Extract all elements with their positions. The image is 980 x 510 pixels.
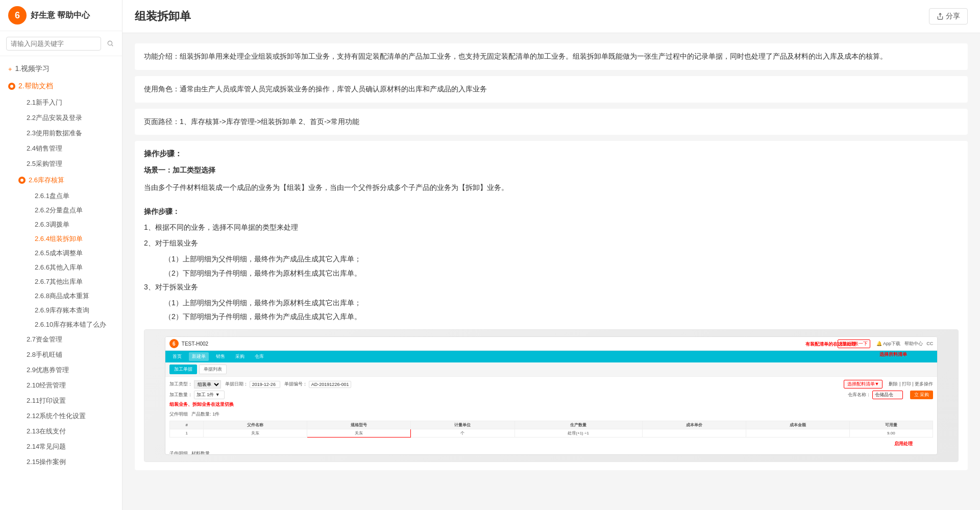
search-button[interactable] (104, 36, 116, 51)
sidebar-item-faq[interactable]: 2.14常见问题 (18, 439, 122, 454)
inventory-sub: 2.6.1盘点单 2.6.2分量盘点单 2.6.3调拨单 2.6.4组装拆卸单 … (18, 189, 122, 332)
sidebar-item-purchase[interactable]: 2.5采购管理 (18, 156, 122, 172)
mock-label-type: 加工类型： (169, 381, 192, 387)
mock-annotation-enable: 启用处理 (894, 441, 913, 447)
section2-label: 2.帮助文档 (18, 82, 53, 91)
step2: 2、对于组装业务 (144, 237, 959, 250)
mock-td-avail: 9.00 (849, 429, 933, 438)
mock-nav-sales[interactable]: 采购 (232, 352, 248, 361)
logo-text: 6 (15, 10, 20, 21)
share-button[interactable]: 分享 (929, 8, 968, 25)
sidebar-item-docs[interactable]: 2.帮助文档 (0, 78, 122, 95)
mock-input-code[interactable]: AD-20191226-001 (309, 381, 352, 388)
mock-nav-home[interactable]: 首页 (169, 352, 185, 361)
sidebar-item-outstock[interactable]: 2.6.7其他出库单 (27, 275, 122, 289)
mock-annotation-assembly: 组装业务、拆卸业务在这里切换 (169, 402, 234, 407)
mock-app-name: TEST-H002 (182, 341, 208, 347)
mock-table-title-top: 父件明细 产品数量: 1件 (169, 411, 933, 418)
mock-tab-new[interactable]: 加工单据 (169, 365, 197, 374)
screenshot-inner: 6 TEST-H002 初始建账一下 🔔 App下载 帮助中心 CC 首页 新建… (144, 330, 958, 462)
sidebar-item-payment[interactable]: 2.13在线支付 (18, 424, 122, 439)
sidebar-item-install[interactable]: 2.2产品安装及登录 (18, 110, 122, 126)
sidebar: 6 好生意 帮助中心 + 1.视频学习 2.帮助文档 2.1新手入门 (0, 0, 122, 510)
mock-label-date: 单据日期： (225, 381, 248, 387)
mock-fields-row2: 加工数量： 加工 1件 ▼ 仓库名称： 仓储品仓 立 采购 (169, 391, 933, 399)
step1: 1、根据不同的业务，选择不同单据的类型来处理 (144, 221, 959, 234)
sidebar-item-stocktake[interactable]: 2.6.1盘点单 (27, 189, 122, 203)
mock-td-unit: 个 (411, 429, 514, 438)
intro-block-2: 使用角色：通常由生产人员或库管人员完成拆装业务的操作，库管人员确认原材料的出库和… (135, 76, 968, 103)
mock-logo: 6 (169, 339, 179, 348)
app-name: 好生意 帮助中心 (31, 10, 90, 21)
sidebar-item-stock-error[interactable]: 2.6.10库存账本错了么办 (27, 318, 122, 332)
mock-td-qty: 处理(+1) ÷1 (514, 429, 642, 438)
step2-sub2: （2）下部明细为子件明细，最终作为原材料生成其它出库单。 (164, 267, 959, 280)
sidebar-item-assembly[interactable]: 2.6.4组装拆卸单 (27, 232, 122, 246)
mock-nav-finance[interactable]: 仓库 (252, 352, 267, 361)
mock-th-qty2: 生产数量 (514, 421, 642, 429)
sidebar-item-newbie[interactable]: 2.1新手入门 (18, 95, 122, 110)
expand-icon: + (8, 65, 12, 73)
mock-select-bom-btn[interactable]: 选择配料清单▼ (844, 380, 883, 388)
mock-tab-list[interactable]: 单据列表 (199, 365, 227, 374)
mock-field-date: 单据日期： 2019-12-26 (225, 381, 280, 388)
mock-topbar: 6 TEST-H002 初始建账一下 🔔 App下载 帮助中心 CC (165, 337, 937, 351)
sidebar-item-instock[interactable]: 2.6.6其他入库单 (27, 260, 122, 275)
mock-th-avail: 可用量 (849, 421, 933, 429)
mock-update-btn: 初始建账一下 (838, 339, 870, 348)
mock-th-seq: # (169, 421, 204, 429)
mock-field-type: 加工类型： 组装单 (169, 380, 221, 388)
sidebar-item-stock-query[interactable]: 2.6.9库存账本查询 (27, 303, 122, 318)
screenshot-container: 6 TEST-H002 初始建账一下 🔔 App下载 帮助中心 CC 首页 新建… (144, 329, 959, 462)
step3-sub2: （2）下部明细为子件明细，最终作为产成品生成其它入库单。 (164, 310, 959, 323)
mock-screen: 6 TEST-H002 初始建账一下 🔔 App下载 帮助中心 CC 首页 新建… (165, 336, 938, 455)
mock-nav-purchase[interactable]: 销售 (213, 352, 228, 361)
ops-title: 操作步骤： (144, 149, 959, 159)
scene1-desc: 当由多个子件材料组装成一个成品的业务为【组装】业务，当由一个父件拆分成多个子产品… (144, 181, 959, 194)
share-label: 分享 (946, 12, 960, 21)
sidebar-item-sales[interactable]: 2.4销售管理 (18, 141, 122, 156)
sidebar-item-finance[interactable]: 2.7资金管理 (18, 332, 122, 347)
main-content: 组装拆卸单 分享 功能介绍：组装拆卸单用来处理企业组装或拆卸等加工业务，支持有固… (122, 0, 980, 510)
mock-tab-area: 加工单据 单据列表 (165, 362, 937, 377)
intro-text-1: 功能介绍：组装拆卸单用来处理企业组装或拆卸等加工业务，支持有固定装配清单的产品加… (144, 52, 887, 60)
sidebar-item-cost-recalc[interactable]: 2.6.8商品成本重算 (27, 289, 122, 303)
nav-list: + 1.视频学习 2.帮助文档 2.1新手入门 2.2产品安装及登录 2.3使用… (0, 56, 122, 510)
mock-table-parent: # 父件名称 规格型号 计量单位 生产数量 成本单价 成本金额 可用量 (169, 421, 933, 438)
mock-select-type[interactable]: 组装单 (194, 380, 221, 388)
mock-input-date[interactable]: 2019-12-26 (250, 381, 280, 388)
mock-td-1: 1 (169, 429, 204, 438)
step3-sub1: （1）上部明细为父件明细，最终作为原材料生成其它出库单； (164, 297, 959, 309)
sidebar-item-inventory[interactable]: 2.6库存核算 (18, 172, 122, 189)
mock-nav-inventory[interactable]: 新建单 (189, 352, 209, 361)
sidebar-item-cost-adj[interactable]: 2.6.5成本调整单 (27, 246, 122, 260)
mock-confirm-btn[interactable]: 立 采购 (910, 391, 934, 399)
sidebar-item-coupon[interactable]: 2.9优惠券管理 (18, 362, 122, 378)
sidebar-item-partial-stocktake[interactable]: 2.6.2分量盘点单 (27, 203, 122, 217)
breadcrumb-block: 页面路径：1、库存核算->库存管理->组装拆卸单 2、首页->常用功能 (135, 109, 968, 135)
content-area: 功能介绍：组装拆卸单用来处理企业组装或拆卸等加工业务，支持有固定装配清单的产品加… (122, 33, 980, 510)
mock-field-warehouse: 仓库名称： 仓储品仓 (848, 391, 903, 399)
search-input[interactable] (6, 37, 101, 51)
sidebar-item-system[interactable]: 2.12系统个性化设置 (18, 408, 122, 424)
sidebar-item-mobile[interactable]: 2.8手机旺铺 (18, 347, 122, 362)
sidebar-item-cases[interactable]: 2.15操作案例 (18, 454, 122, 470)
mock-field-code: 单据编号： AD-20191226-001 (284, 381, 352, 388)
sidebar-item-print[interactable]: 2.11打印设置 (18, 393, 122, 408)
sidebar-item-video[interactable]: + 1.视频学习 (0, 60, 122, 78)
sidebar-item-data-prep[interactable]: 2.3使用前数据准备 (18, 126, 122, 141)
mock-input-qty[interactable]: 加工 1件 ▼ (194, 391, 225, 399)
mock-field-qty: 加工数量： 加工 1件 ▼ (169, 391, 225, 399)
sidebar-item-transfer[interactable]: 2.6.3调拨单 (27, 217, 122, 232)
mock-input-warehouse[interactable]: 仓储品仓 (872, 391, 903, 399)
mock-action-icons: 删除 | 打印 | 更多操作 (889, 381, 933, 387)
nav-section-2: 2.帮助文档 2.1新手入门 2.2产品安装及登录 2.3使用前数据准备 2.4… (0, 78, 122, 470)
mock-th-unit: 计量单位 (411, 421, 514, 429)
mock-table-title-bottom: 子件明细 材料数量 (169, 450, 933, 454)
operations-section: 操作步骤： 场景一：加工类型选择 当由多个子件材料组装成一个成品的业务为【组装】… (135, 141, 968, 470)
logo-icon: 6 (8, 6, 27, 25)
page-title: 组装拆卸单 (135, 9, 191, 24)
sidebar-item-management[interactable]: 2.10经营管理 (18, 378, 122, 393)
nav-section-1: + 1.视频学习 (0, 60, 122, 78)
mock-th-tcost: 成本金额 (746, 421, 849, 429)
